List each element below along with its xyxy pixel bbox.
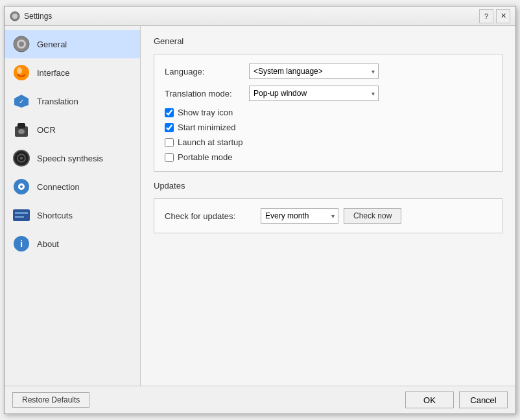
sidebar-item-interface[interactable]: Interface <box>5 58 140 87</box>
translation-icon: ✓ <box>12 92 30 110</box>
svg-rect-18 <box>13 209 30 221</box>
restore-defaults-button[interactable]: Restore Defaults <box>12 392 89 408</box>
connection-icon <box>12 178 30 196</box>
bottom-right-buttons: OK Cancel <box>405 391 508 408</box>
sidebar-item-connection[interactable]: Connection <box>5 172 140 201</box>
check-frequency-select[interactable]: Every month <box>261 208 338 224</box>
check-now-button[interactable]: Check now <box>344 208 401 224</box>
updates-section-box: Check for updates: Every month Check now <box>154 198 502 233</box>
start-minimized-checkbox[interactable] <box>165 123 174 132</box>
translation-mode-label: Translation mode: <box>165 89 249 99</box>
sidebar-item-general[interactable]: General <box>5 30 140 58</box>
svg-point-4 <box>19 41 24 47</box>
portable-mode-label[interactable]: Portable mode <box>178 152 233 162</box>
language-row: Language: <System language> <box>165 64 491 79</box>
start-minimized-label[interactable]: Start minimized <box>178 122 236 132</box>
launch-startup-row: Launch at startup <box>165 137 491 147</box>
svg-point-17 <box>20 185 23 188</box>
sidebar-label-general: General <box>37 40 67 49</box>
sidebar-label-translation: Translation <box>37 97 78 106</box>
svg-point-14 <box>20 157 23 159</box>
content-area: General Interface ✓ <box>5 26 515 386</box>
window-icon <box>10 11 20 21</box>
sidebar-label-shortcuts: Shortcuts <box>37 211 73 220</box>
settings-window: Settings ? ✕ General <box>4 6 516 414</box>
main-content: General Language: <System language> Tran… <box>141 26 515 386</box>
title-bar: Settings ? ✕ <box>5 6 515 26</box>
interface-icon <box>12 64 30 82</box>
sidebar: General Interface ✓ <box>5 26 141 386</box>
about-icon: i <box>12 235 30 253</box>
sidebar-label-interface: Interface <box>37 68 70 78</box>
language-select[interactable]: <System language> <box>249 64 379 79</box>
portable-mode-checkbox[interactable] <box>165 153 174 162</box>
close-button[interactable]: ✕ <box>496 9 510 23</box>
language-label: Language: <box>165 67 249 76</box>
launch-startup-label[interactable]: Launch at startup <box>178 137 242 147</box>
sidebar-item-ocr[interactable]: OCR <box>5 115 140 144</box>
svg-rect-10 <box>18 123 25 128</box>
check-frequency-select-wrapper: Every month <box>261 208 338 224</box>
show-tray-icon-row: Show tray icon <box>165 108 491 117</box>
ok-button[interactable]: OK <box>405 391 454 408</box>
translation-mode-select-wrapper: Pop-up window <box>249 86 379 101</box>
svg-rect-20 <box>15 216 24 218</box>
window-title: Settings <box>24 12 479 21</box>
sidebar-label-connection: Connection <box>37 182 80 192</box>
sidebar-item-shortcuts[interactable]: Shortcuts <box>5 201 140 229</box>
general-section-box: Language: <System language> Translation … <box>154 54 502 172</box>
show-tray-icon-checkbox[interactable] <box>165 108 174 117</box>
cancel-button[interactable]: Cancel <box>459 391 508 408</box>
svg-point-6 <box>17 67 22 74</box>
general-icon <box>12 35 30 53</box>
window-controls: ? ✕ <box>479 9 510 23</box>
sidebar-label-speech: Speech synthesis <box>37 154 103 163</box>
svg-point-1 <box>12 14 18 19</box>
sidebar-item-about[interactable]: i About <box>5 229 140 258</box>
language-select-wrapper: <System language> <box>249 64 379 79</box>
check-for-updates-label: Check for updates: <box>165 211 255 221</box>
bottom-bar: Restore Defaults OK Cancel <box>5 386 515 414</box>
general-section-title: General <box>154 36 502 46</box>
show-tray-icon-label[interactable]: Show tray icon <box>178 108 233 117</box>
ocr-icon <box>12 121 30 139</box>
translation-mode-row: Translation mode: Pop-up window <box>165 86 491 101</box>
launch-at-startup-checkbox[interactable] <box>165 138 174 147</box>
sidebar-item-translation[interactable]: ✓ Translation <box>5 87 140 115</box>
svg-text:i: i <box>20 238 23 249</box>
check-for-updates-row: Check for updates: Every month Check now <box>165 208 491 224</box>
sidebar-item-speech-synthesis[interactable]: Speech synthesis <box>5 144 140 172</box>
start-minimized-row: Start minimized <box>165 122 491 132</box>
translation-mode-select[interactable]: Pop-up window <box>249 86 379 101</box>
help-button[interactable]: ? <box>479 9 493 23</box>
shortcuts-icon <box>12 206 30 224</box>
sidebar-label-ocr: OCR <box>37 125 56 135</box>
speech-icon <box>12 149 30 167</box>
sidebar-label-about: About <box>37 239 59 249</box>
portable-mode-row: Portable mode <box>165 152 491 162</box>
updates-section-title: Updates <box>154 181 502 191</box>
svg-point-11 <box>18 129 25 134</box>
svg-rect-19 <box>15 212 28 214</box>
svg-text:✓: ✓ <box>19 98 24 105</box>
